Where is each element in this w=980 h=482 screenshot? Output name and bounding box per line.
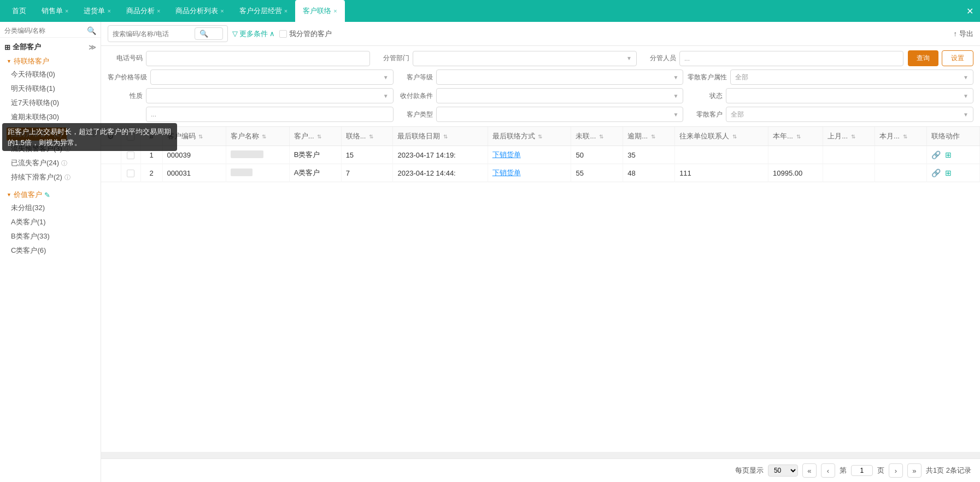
- filter-customer-type-field: 客户类型 ▼: [398, 107, 684, 122]
- nav-customer-contact-close[interactable]: ×: [333, 8, 337, 14]
- filter-manager-select[interactable]: ...: [679, 51, 903, 66]
- sidebar-item-b-class[interactable]: B类客户(33): [0, 229, 101, 243]
- row1-last-type[interactable]: 下销货单: [488, 146, 571, 164]
- nav-product-analysis[interactable]: 商品分析 ×: [119, 0, 168, 22]
- export-icon: ↑: [954, 30, 958, 38]
- filter-retail-customer-select[interactable]: 全部 ▼: [726, 107, 973, 122]
- filter-phone-input[interactable]: [146, 51, 370, 66]
- sidebar-search-icon: 🔍: [87, 26, 96, 35]
- nature-chevron-down-icon: ▼: [383, 93, 389, 99]
- th-this-year[interactable]: 本年... ⇅: [768, 127, 823, 146]
- filter-search-input[interactable]: [113, 30, 195, 38]
- row2-link-icon[interactable]: 🔗: [931, 169, 941, 177]
- filter-price-grade-select[interactable]: ▼: [150, 69, 394, 85]
- sidebar: 🔍 ⊞ 全部客户 ≫ 待联络客户 今天待联络(0) 明天待联络(1) 近7天待联…: [0, 22, 101, 482]
- nav-customer-segment[interactable]: 客户分层经营 ×: [232, 0, 295, 22]
- th-last-month[interactable]: 上月... ⇅: [823, 127, 875, 146]
- sidebar-item-declining[interactable]: 持续下滑客户(2) ⓘ: [0, 170, 101, 184]
- row2-this-year: 10995.00: [768, 164, 823, 182]
- nav-purchase[interactable]: 进货单 ×: [76, 0, 118, 22]
- nav-product-analysis-close[interactable]: ×: [157, 8, 160, 14]
- sidebar-item-ungroup[interactable]: 未分组(32): [0, 201, 101, 215]
- sort-contact-icon: ⇅: [369, 133, 373, 140]
- sidebar-item-overdue[interactable]: 逾期未联络(30): [0, 110, 101, 124]
- row1-uncontacted: 50: [571, 146, 623, 164]
- chevron-up-icon: ∧: [269, 30, 275, 38]
- nav-product-analysis-list-close[interactable]: ×: [220, 8, 224, 14]
- sidebar-item-tomorrow[interactable]: 明天待联络(1): [0, 82, 101, 96]
- settings-button[interactable]: 设置: [942, 50, 973, 66]
- window-close-button[interactable]: ✕: [966, 6, 973, 16]
- nav-sales[interactable]: 销售单 ×: [34, 0, 76, 22]
- filter-customer-grade-select[interactable]: ▼: [436, 69, 684, 85]
- sidebar-item-churned[interactable]: 已流失客户(24) ⓘ: [0, 156, 101, 170]
- th-name[interactable]: 客户名称 ⇅: [226, 127, 289, 146]
- th-last-date[interactable]: 最后联络日期 ⇅: [393, 127, 488, 146]
- first-page-button[interactable]: «: [802, 463, 817, 478]
- th-grade[interactable]: 客户... ⇅: [289, 127, 341, 146]
- th-this-month[interactable]: 本月... ⇅: [875, 127, 927, 146]
- nav-product-analysis-list[interactable]: 商品分析列表 ×: [168, 0, 231, 22]
- prev-page-button[interactable]: ‹: [821, 463, 835, 478]
- nav-customer-segment-close[interactable]: ×: [284, 8, 287, 14]
- churned-info-icon: ⓘ: [61, 159, 67, 167]
- row1-last-month: [823, 146, 875, 164]
- row2-contact: 7: [341, 164, 393, 182]
- th-contact[interactable]: 联络... ⇅: [341, 127, 393, 146]
- declining-info-icon: ⓘ: [64, 173, 71, 182]
- th-overdue[interactable]: 逾期... ⇅: [623, 127, 675, 146]
- row1-action-icons: 🔗 ⊞: [931, 150, 975, 159]
- row2-last-type[interactable]: 下销货单: [488, 164, 571, 182]
- sidebar-item-c-class[interactable]: C类客户(6): [0, 243, 101, 258]
- row1-checkbox[interactable]: [127, 152, 134, 159]
- th-uncontacted[interactable]: 未联... ⇅: [571, 127, 623, 146]
- sort-last-month-icon: ⇅: [851, 133, 855, 140]
- sidebar-collapse-icon[interactable]: ≫: [89, 43, 96, 51]
- sidebar-search-input[interactable]: [4, 27, 87, 34]
- th-last-type[interactable]: 最后联络方式 ⇅: [488, 127, 571, 146]
- query-button[interactable]: 查询: [908, 50, 938, 66]
- row2-name-blurred: [231, 169, 253, 176]
- export-button[interactable]: ↑ 导出: [954, 29, 974, 39]
- page-number-input[interactable]: [851, 465, 873, 476]
- tooltip-box: 距客户上次交易时长，超过了此客户的平均交易周期的1.5倍，则视为异常。: [2, 123, 101, 151]
- filter-dept-select[interactable]: ▼: [413, 51, 637, 66]
- sidebar-item-today[interactable]: 今天待联络(0): [0, 67, 101, 82]
- row2-code: 000031: [162, 164, 226, 182]
- row2-action: 🔗 ⊞: [926, 164, 979, 182]
- payment-chevron-down-icon: ▼: [673, 93, 678, 99]
- value-group-edit-icon[interactable]: ✎: [44, 191, 50, 199]
- sidebar-item-a-class[interactable]: A类客户(1): [0, 215, 101, 229]
- row2-action-icons: 🔗 ⊞: [931, 169, 975, 177]
- filter-icon: ▽: [232, 30, 238, 38]
- filter-customer-type-select[interactable]: ▼: [436, 107, 684, 122]
- filter-payment-select[interactable]: ▼: [436, 88, 684, 103]
- row1-last-date: 2023-04-17 14:19:: [393, 146, 488, 164]
- filter-status-select[interactable]: ▼: [726, 88, 973, 103]
- th-unit-contact[interactable]: 往来单位联系人 ⇅: [675, 127, 768, 146]
- next-page-button[interactable]: ›: [889, 463, 903, 478]
- my-customer-checkbox[interactable]: [279, 30, 287, 38]
- filter-search-box: 🔍: [108, 25, 228, 42]
- last-page-button[interactable]: »: [907, 463, 922, 478]
- filter-price-grade-field: 客户价格等级 ▼: [108, 69, 394, 85]
- filter-retail-attr-select[interactable]: 全部 ▼: [730, 69, 973, 85]
- nav-purchase-close[interactable]: ×: [107, 8, 110, 14]
- nav-customer-contact[interactable]: 客户联络 ×: [295, 0, 344, 22]
- sidebar-item-7days[interactable]: 近7天待联络(0): [0, 96, 101, 110]
- row1-grid-icon[interactable]: ⊞: [945, 150, 952, 159]
- horizontal-scrollbar[interactable]: [101, 452, 980, 458]
- page-size-select[interactable]: 50 100 200: [768, 464, 798, 477]
- nav-home[interactable]: 首页: [4, 0, 34, 22]
- row2-checkbox[interactable]: [127, 170, 134, 177]
- row1-action: 🔗 ⊞: [926, 146, 979, 164]
- filter-nature-select[interactable]: ▼: [146, 88, 394, 103]
- row1-link-icon[interactable]: 🔗: [931, 150, 941, 159]
- more-filters-button[interactable]: ▽ 更多条件 ∧: [232, 29, 275, 39]
- nav-sales-close[interactable]: ×: [65, 8, 68, 14]
- row2-grade: A类客户: [289, 164, 341, 182]
- my-customer-checkbox-row: 我分管的客户: [279, 29, 332, 39]
- filter-extra-select[interactable]: ...: [146, 107, 394, 122]
- advanced-filter-panel: 电话号码 分管部门 ▼ 分管人员 ...: [101, 46, 980, 127]
- row2-grid-icon[interactable]: ⊞: [945, 169, 952, 177]
